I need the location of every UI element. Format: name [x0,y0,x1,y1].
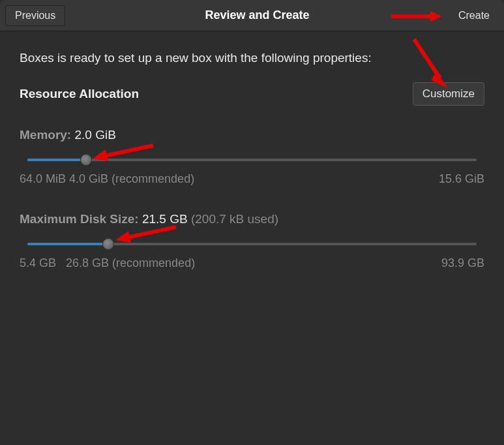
section-header: Resource Allocation Customize [20,82,484,106]
memory-slider-fill [27,159,86,161]
disk-block: Maximum Disk Size: 21.5 GB (200.7 kB use… [20,212,484,270]
memory-block: Memory: 2.0 GiB 64.0 MiB 4.0 GiB (recomm… [20,128,484,186]
disk-recommended-label: 26.8 GB (recommended) [66,256,195,269]
disk-used-hint: (200.7 kB used) [191,212,278,226]
previous-button[interactable]: Previous [5,5,65,26]
content-area: Boxes is ready to set up a new box with … [0,31,504,316]
disk-value: 21.5 GB [142,212,188,226]
disk-name: Maximum Disk Size: [20,212,139,226]
memory-min-label: 64.0 MiB [20,172,66,185]
memory-label: Memory: 2.0 GiB [20,128,484,142]
disk-min-label: 5.4 GB [20,256,56,269]
memory-slider-track [27,159,477,161]
disk-max-label: 93.9 GB [441,256,484,270]
customize-button[interactable]: Customize [413,82,484,106]
disk-slider[interactable] [27,238,477,250]
memory-max-label: 15.6 GiB [439,172,484,186]
disk-slider-thumb[interactable] [102,238,114,250]
disk-label: Maximum Disk Size: 21.5 GB (200.7 kB use… [20,212,484,226]
disk-slider-fill [27,243,108,245]
memory-slider-thumb[interactable] [80,154,92,166]
memory-name: Memory: [20,128,71,142]
memory-range-labels: 64.0 MiB 4.0 GiB (recommended) 15.6 GiB [20,172,484,186]
intro-text: Boxes is ready to set up a new box with … [20,51,484,65]
header-bar: Previous Review and Create Create [0,0,504,31]
create-button[interactable]: Create [449,6,499,25]
memory-slider[interactable] [27,154,477,166]
page-title: Review and Create [205,8,310,22]
memory-recommended-label: 4.0 GiB (recommended) [69,172,194,185]
memory-value: 2.0 GiB [74,128,115,142]
disk-range-labels: 5.4 GB 26.8 GB (recommended) 93.9 GB [20,256,484,270]
section-title: Resource Allocation [20,87,139,101]
